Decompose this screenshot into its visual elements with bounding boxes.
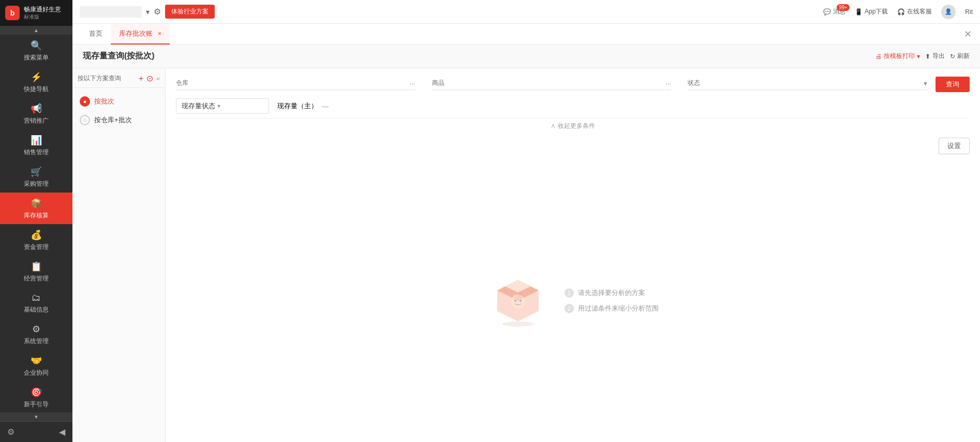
warehouse-input-wrap: 仓库 ··· [176,79,415,90]
scheme-item-by-warehouse-batch[interactable]: ○ 按仓库+批次 [72,111,165,129]
search-input[interactable] [80,6,142,18]
finance-icon: 💰 [31,229,42,241]
topbar-left: ▾ ⚙ 体验行业方案 [80,5,818,19]
marketing-icon: 📢 [31,103,42,114]
shortcut-icon: ⚡ [31,71,42,83]
sales-icon: 📊 [31,135,42,146]
message-badge: 99+ [837,4,850,11]
svg-point-5 [502,321,533,327]
sidebar-item-marketing[interactable]: 📢 营销推广 [0,98,72,129]
collapse-arrow-icon: ∧ [551,122,556,129]
inventory-icon: 📦 [31,198,42,209]
purchase-icon: 🛒 [31,166,42,178]
scheme-add-button[interactable]: + [139,74,143,83]
page-close-button[interactable]: ✕ [964,28,972,40]
system-icon: ⚙ [32,323,40,335]
scheme-settings-button[interactable]: ⊙ [146,73,153,83]
refresh-button[interactable]: ↻ 刷新 [950,52,970,61]
search-icon: 🔍 [31,40,42,51]
topbar-settings-button[interactable]: ⚙ [154,7,161,17]
refresh-icon: ↻ [950,53,955,60]
app-download-button[interactable]: 📱 App下载 [855,7,888,16]
sidebar-item-business[interactable]: 📋 经营管理 [0,256,72,287]
username[interactable]: Rit [965,8,973,16]
tabbar: 首页 库存批次账 × ✕ [72,24,980,45]
product-label: 商品 [432,79,444,87]
scheme-collapse-button[interactable]: « [156,75,160,82]
page-actions: 🖨 按模板打印 ▾ ⬆ 导出 ↻ 刷新 [875,52,970,61]
sidebar-nav: 🔍 搜索菜单 ⚡ 快捷导航 📢 营销推广 📊 销售管理 🛒 采购管理 📦 库存核… [0,35,72,412]
sidebar-item-enterprise[interactable]: 🤝 企业协同 [0,350,72,381]
sidebar: b 畅康通好生意 标准版 ▲ 🔍 搜索菜单 ⚡ 快捷导航 📢 营销推广 📊 销售… [0,0,72,442]
page-title: 现存量查询(按批次) [83,51,155,62]
stock-qty-dash: — [322,102,329,110]
online-service-button[interactable]: 🎧 在线客服 [897,7,932,16]
body-wrapper: 按以下方案查询 + ⊙ « ● 按批次 ○ 按仓库+批次 [72,68,980,442]
query-area: 仓库 ··· 商品 ··· [166,68,980,442]
scheme-item-by-batch[interactable]: ● 按批次 [72,92,165,111]
status-label: 状态 [688,79,700,87]
svg-point-6 [511,294,525,309]
tab-home[interactable]: 首页 [81,24,111,45]
status-input-wrap: 状态 ▾ [688,79,927,90]
product-input-wrap: 商品 ··· [432,79,672,90]
scheme-panel-actions: + ⊙ « [139,73,160,83]
topbar: ▾ ⚙ 体验行业方案 💬 消息 99+ 📱 App下载 🎧 在线客服 👤 Rit [72,0,980,24]
tab-close-icon[interactable]: × [158,30,161,37]
sidebar-item-search[interactable]: 🔍 搜索菜单 [0,35,72,66]
topbar-dropdown-button[interactable]: ▾ [146,8,150,16]
filter-product-field: 商品 ··· [432,79,672,90]
filter-row-2: 现存量状态 ▾ 现存量（主） — [176,98,970,114]
sidebar-header: b 畅康通好生意 标准版 [0,0,72,26]
product-more-button[interactable]: ··· [665,79,672,87]
product-input[interactable] [448,79,662,87]
sidebar-item-newbie[interactable]: 🎯 新手引导 [0,381,72,412]
sidebar-scroll-up[interactable]: ▲ [0,26,72,35]
print-button[interactable]: 🖨 按模板打印 ▾ [875,52,920,61]
warehouse-more-button[interactable]: ··· [409,79,415,87]
message-button[interactable]: 💬 消息 99+ [823,7,845,16]
empty-box-svg [487,270,549,332]
filter-status-field: 状态 ▾ [688,79,927,90]
sidebar-item-sales[interactable]: 📊 销售管理 [0,129,72,161]
footer-gear-icon[interactable]: ⚙ [7,427,14,437]
experience-button[interactable]: 体验行业方案 [165,5,215,19]
settings-row: 设置 [176,138,970,154]
sidebar-item-shortcut[interactable]: ⚡ 快捷导航 [0,66,72,98]
enterprise-icon: 🤝 [31,355,42,366]
stock-status-label: 现存量状态 [182,101,215,111]
sidebar-item-system[interactable]: ⚙ 系统管理 [0,318,72,350]
sidebar-item-purchase[interactable]: 🛒 采购管理 [0,161,72,193]
tip-number-2: 2 [565,304,574,313]
scheme-panel: 按以下方案查询 + ⊙ « ● 按批次 ○ 按仓库+批次 [72,68,166,442]
status-dropdown-button[interactable]: ▾ [924,79,927,87]
sidebar-item-finance[interactable]: 💰 资金管理 [0,224,72,256]
status-input[interactable] [703,79,920,87]
empty-state: 1 请先选择要分析的方案 2 用过滤条件来缩小分析范围 [176,159,970,442]
settings-button[interactable]: 设置 [939,138,970,154]
stock-status-arrow-icon: ▾ [217,102,220,110]
empty-tip-2: 2 用过滤条件来缩小分析范围 [565,304,659,313]
print-dropdown-icon[interactable]: ▾ [917,53,920,60]
footer-collapse-icon[interactable]: ◀ [59,427,65,437]
business-icon: 📋 [31,261,42,272]
sidebar-brand: 畅康通好生意 标准版 [24,6,61,21]
avatar[interactable]: 👤 [941,5,956,19]
collapse-button[interactable]: ∧ 收起更多条件 [176,118,970,134]
sidebar-scroll-down[interactable]: ▼ [0,412,72,421]
tab-inventory-batch[interactable]: 库存批次账 × [111,24,170,45]
sidebar-item-basic[interactable]: 🗂 基础信息 [0,287,72,318]
svg-point-8 [519,300,522,302]
stock-qty-range: 现存量（主） — [277,101,329,111]
empty-icon [487,270,549,332]
warehouse-label: 仓库 [176,79,188,87]
tip-number-1: 1 [565,288,574,298]
sidebar-item-inventory[interactable]: 📦 库存核算 [0,193,72,224]
export-button[interactable]: ⬆ 导出 [925,52,945,61]
stock-status-select[interactable]: 现存量状态 ▾ [176,98,269,114]
scheme-panel-title: 按以下方案查询 [78,74,121,83]
query-button[interactable]: 查询 [936,77,970,92]
scheme-panel-header: 按以下方案查询 + ⊙ « [72,73,165,88]
warehouse-input[interactable] [191,79,406,87]
scheme-active-icon: ● [80,96,90,107]
